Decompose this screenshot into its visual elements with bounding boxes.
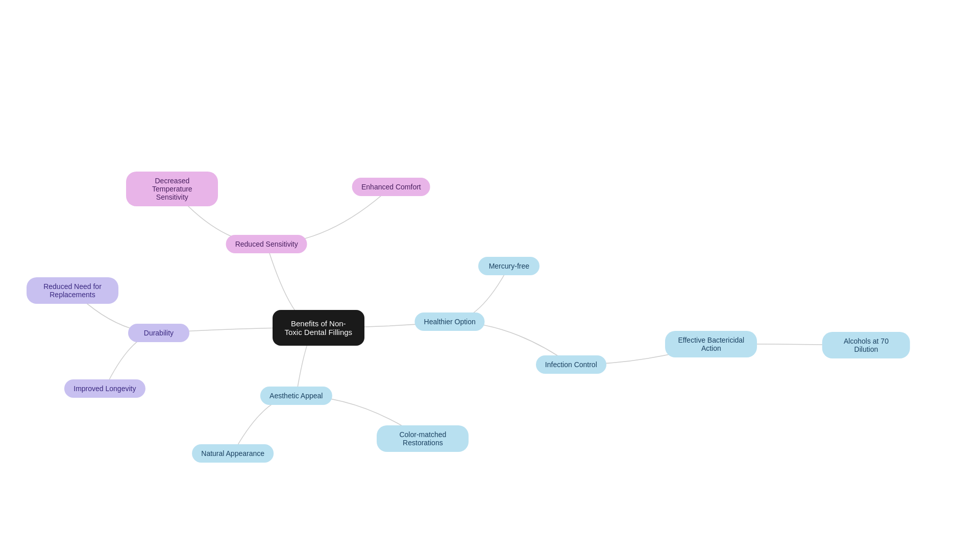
enhanced-comfort-node[interactable]: Enhanced Comfort [352, 178, 430, 196]
infection-control-node[interactable]: Infection Control [536, 355, 606, 374]
center-node[interactable]: Benefits of Non-Toxic Dental Fillings [273, 310, 364, 346]
decreased-temp-node[interactable]: Decreased Temperature Sensitivity [126, 172, 218, 206]
mind-map: Benefits of Non-Toxic Dental FillingsRed… [0, 0, 980, 553]
reduced-sensitivity-node[interactable]: Reduced Sensitivity [226, 235, 307, 253]
natural-appearance-node[interactable]: Natural Appearance [192, 444, 274, 463]
effective-bactericidal-node[interactable]: Effective Bactericidal Action [665, 331, 757, 357]
improved-longevity-node[interactable]: Improved Longevity [64, 379, 145, 398]
aesthetic-appeal-node[interactable]: Aesthetic Appeal [260, 387, 332, 405]
alcohols-70-node[interactable]: Alcohols at 70 Dilution [822, 332, 911, 358]
durability-node[interactable]: Durability [128, 324, 189, 342]
healthier-option-node[interactable]: Healthier Option [415, 312, 485, 331]
mercury-free-node[interactable]: Mercury-free [478, 257, 540, 275]
color-matched-node[interactable]: Color-matched Restorations [377, 425, 469, 452]
reduced-need-node[interactable]: Reduced Need for Replacements [27, 277, 118, 304]
connections-svg [0, 0, 980, 553]
